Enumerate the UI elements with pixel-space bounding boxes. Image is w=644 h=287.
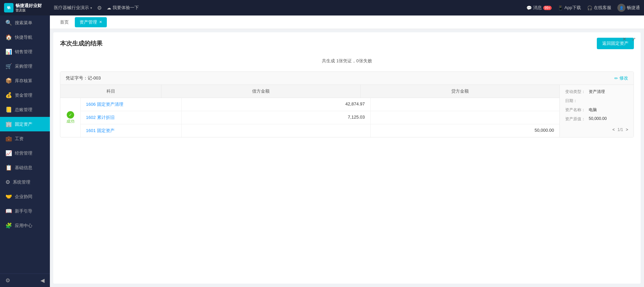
page-header: 本次生成的结果 返回固定资产 bbox=[60, 38, 634, 49]
sidebar-item-fund[interactable]: 💰 资金管理 bbox=[0, 88, 50, 102]
sidebar-item-label: 总账管理 bbox=[15, 107, 32, 113]
sidebar-item-label: 采购管理 bbox=[15, 63, 32, 69]
trial-button[interactable]: ☁ 我要体验一下 bbox=[107, 5, 139, 11]
avatar: 👤 bbox=[617, 4, 625, 12]
th-subject: 科目 bbox=[60, 85, 161, 98]
tab-asset-mgmt[interactable]: 资产管理 ✕ bbox=[75, 17, 107, 27]
sidebar-item-inventory[interactable]: 📦 库存核算 bbox=[0, 73, 50, 88]
sidebar-item-apps[interactable]: 🧩 应用中心 bbox=[0, 218, 50, 233]
gear-icon: ⚙ bbox=[5, 179, 10, 185]
app-download-button[interactable]: 📱 App下载 bbox=[558, 5, 581, 11]
sidebar-item-basic-info[interactable]: 📋 基础信息 bbox=[0, 160, 50, 175]
tab-home-label: 首页 bbox=[60, 19, 69, 25]
content-area: 首页 资产管理 ✕ ✕ ⤢ 本次生成的结果 返回固定资产 共生成 1张凭证，0张… bbox=[50, 15, 644, 287]
logo-sub: 普及版 bbox=[16, 8, 42, 12]
sidebar-item-sales[interactable]: 📊 销售管理 bbox=[0, 44, 50, 59]
sidebar-item-search-menu[interactable]: 🔍 搜索菜单 bbox=[0, 15, 50, 30]
sidebar-item-label: 系统管理 bbox=[13, 179, 30, 185]
briefcase-icon: 💼 bbox=[5, 135, 12, 142]
company-selector[interactable]: 医疗器械行业演示 ▾ bbox=[54, 5, 92, 11]
sidebar-scroll: 🔍 搜索菜单 🏠 快捷导航 📊 销售管理 🛒 采购管理 📦 库存核算 💰 bbox=[0, 15, 50, 274]
asset-value-row: 资产原值： 50,000.00 bbox=[565, 116, 628, 122]
sidebar-item-label: 企业协同 bbox=[15, 194, 32, 200]
asset-value-value: 50,000.00 bbox=[589, 116, 607, 121]
cart-icon: 🛒 bbox=[5, 63, 12, 69]
th-debit: 借方金额 bbox=[161, 85, 361, 98]
td-debit-2: 7,125.03 bbox=[182, 111, 371, 124]
td-debit-1: 42,874.97 bbox=[182, 98, 371, 111]
asset-name-row: 资产名称： 电脑 bbox=[565, 107, 628, 113]
messages-button[interactable]: 💬 消息 99+ bbox=[526, 5, 552, 11]
company-name: 医疗器械行业演示 bbox=[54, 5, 89, 11]
sidebar-item-label: 资金管理 bbox=[15, 92, 32, 98]
sidebar-item-label: 库存核算 bbox=[15, 78, 32, 84]
change-type-row: 变动类型： 资产清理 bbox=[565, 89, 628, 95]
apps-icon: 🧩 bbox=[5, 222, 12, 229]
top-header: 畅 畅捷通好业财 普及版 医疗器械行业演示 ▾ ⚙ ☁ 我要体验一下 💬 消息 … bbox=[0, 0, 644, 15]
edit-icon: ✏ bbox=[614, 76, 618, 81]
username: 畅捷通 bbox=[627, 5, 640, 11]
chart-icon: 📊 bbox=[5, 49, 12, 55]
sidebar-item-label: 经营管理 bbox=[15, 150, 32, 156]
sidebar-item-quick-nav[interactable]: 🏠 快捷导航 bbox=[0, 30, 50, 44]
operations-icon: 📈 bbox=[5, 150, 12, 156]
td-debit-3 bbox=[182, 124, 371, 137]
sidebar-item-label: 固定资产 bbox=[15, 121, 32, 127]
voucher-header: 凭证字号：记-003 ✏ 修改 bbox=[60, 72, 634, 85]
sidebar-item-purchase[interactable]: 🛒 采购管理 bbox=[0, 59, 50, 73]
building-icon: 🏢 bbox=[5, 121, 12, 127]
close-panel-button[interactable]: ✕ bbox=[620, 35, 628, 43]
table-row-1-wrapper: ✓ 成功 1606 固定资产清理 42,874.97 bbox=[60, 98, 559, 137]
expand-panel-button[interactable]: ⤢ bbox=[630, 35, 638, 43]
header-right: 💬 消息 99+ 📱 App下载 🎧 在线客服 👤 畅捷通 bbox=[526, 4, 640, 12]
box-icon: 📦 bbox=[5, 77, 12, 84]
sidebar-item-cooperation[interactable]: 🤝 企业协同 bbox=[0, 189, 50, 204]
chevron-down-icon: ▾ bbox=[90, 6, 92, 10]
tab-bar: 首页 资产管理 ✕ bbox=[50, 15, 644, 29]
change-type-label: 变动类型： bbox=[565, 89, 589, 95]
sidebar-item-operations[interactable]: 📈 经营管理 bbox=[0, 146, 50, 160]
online-service-button[interactable]: 🎧 在线客服 bbox=[587, 5, 611, 11]
asset-name-value: 电脑 bbox=[589, 107, 597, 113]
settings-icon[interactable]: ⚙ bbox=[95, 3, 104, 12]
logo-area: 畅 畅捷通好业财 普及版 bbox=[4, 3, 54, 12]
headset-icon: 🎧 bbox=[587, 5, 592, 10]
sidebar: 🔍 搜索菜单 🏠 快捷导航 📊 销售管理 🛒 采购管理 📦 库存核算 💰 bbox=[0, 15, 50, 287]
prev-page-button[interactable]: < bbox=[612, 127, 615, 132]
sidebar-item-label: 搜索菜单 bbox=[15, 20, 32, 26]
tab-home[interactable]: 首页 bbox=[55, 17, 73, 27]
pagination: < 1/1 > bbox=[565, 127, 628, 132]
td-credit-2 bbox=[371, 111, 560, 124]
user-menu[interactable]: 👤 畅捷通 bbox=[617, 4, 640, 12]
sidebar-item-fixed-assets[interactable]: 🏢 固定资产 bbox=[0, 117, 50, 131]
sidebar-item-system[interactable]: ⚙ 系统管理 bbox=[0, 175, 50, 189]
td-subject-2: 1602 累计折旧 bbox=[81, 111, 182, 124]
message-icon: 💬 bbox=[526, 5, 532, 10]
next-page-button[interactable]: > bbox=[626, 127, 628, 132]
data-rows-col: 1606 固定资产清理 42,874.97 1602 累计折旧 7,125.03 bbox=[81, 98, 559, 137]
th-credit: 贷方金额 bbox=[361, 85, 560, 98]
home-icon: 🏠 bbox=[5, 34, 12, 40]
message-badge: 99+ bbox=[543, 6, 552, 10]
asset-name-label: 资产名称： bbox=[565, 107, 589, 113]
change-type-value: 资产清理 bbox=[589, 89, 605, 95]
logo-title: 畅捷通好业财 bbox=[16, 3, 42, 8]
voucher-table: 科目 借方金额 贷方金额 bbox=[60, 85, 559, 137]
sidebar-item-guide[interactable]: 📖 新手引导 bbox=[0, 204, 50, 218]
sidebar-item-ledger[interactable]: 📒 总账管理 bbox=[0, 102, 50, 117]
td-credit-1 bbox=[371, 98, 560, 111]
collapse-icon[interactable]: ◀ bbox=[40, 277, 44, 284]
sidebar-item-label: 工资 bbox=[15, 136, 24, 142]
tab-close-icon[interactable]: ✕ bbox=[99, 20, 102, 24]
page-content: ✕ ⤢ 本次生成的结果 返回固定资产 共生成 1张凭证，0张失败 凭证字号：记-… bbox=[53, 32, 641, 284]
handshake-icon: 🤝 bbox=[5, 193, 12, 200]
logo-text: 畅捷通好业财 普及版 bbox=[16, 3, 42, 12]
settings-bottom-icon[interactable]: ⚙ bbox=[5, 277, 10, 284]
sidebar-item-label: 快捷导航 bbox=[15, 34, 32, 40]
date-label: 日期： bbox=[565, 98, 589, 104]
right-controls: ✕ ⤢ bbox=[620, 35, 638, 43]
edit-button[interactable]: ✏ 修改 bbox=[614, 75, 628, 81]
page-info: 1/1 bbox=[617, 127, 623, 132]
sidebar-item-label: 应用中心 bbox=[15, 223, 32, 229]
sidebar-item-payroll[interactable]: 💼 工资 bbox=[0, 131, 50, 146]
